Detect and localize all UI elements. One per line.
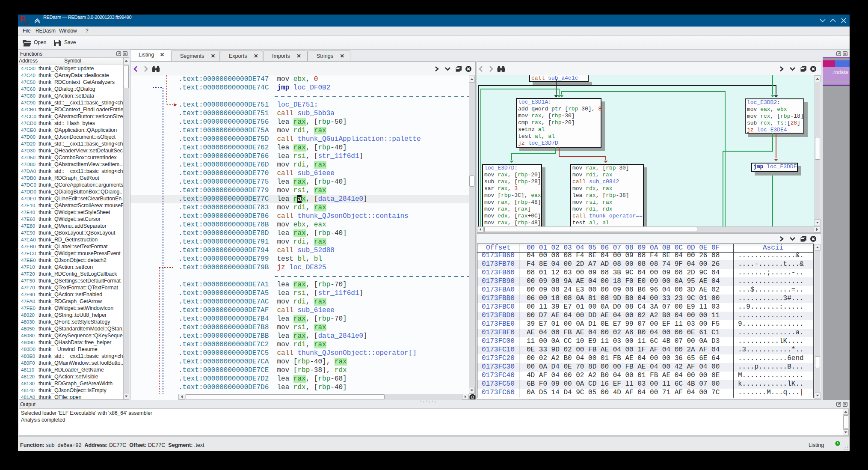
svg-text:D: D [24, 19, 29, 27]
